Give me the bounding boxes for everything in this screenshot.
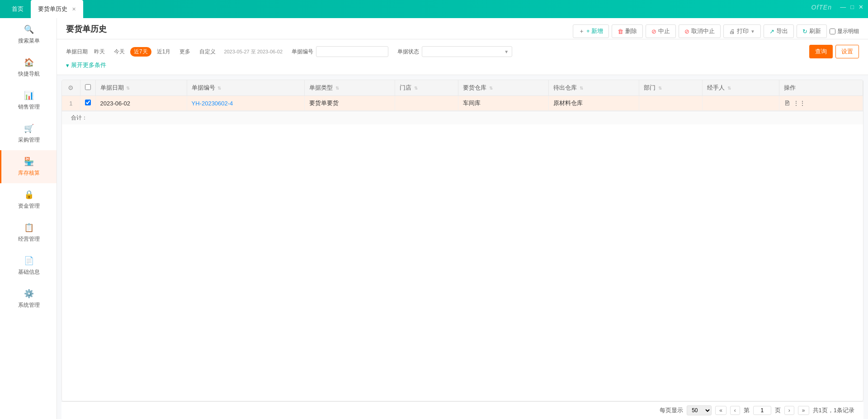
- finance-mgmt-icon: 🔒: [24, 190, 34, 200]
- sort-store-icon[interactable]: ⇅: [414, 86, 418, 90]
- page-number-input[interactable]: [753, 406, 771, 415]
- sort-pending-warehouse-icon[interactable]: ⇅: [580, 86, 583, 90]
- first-page-button[interactable]: «: [715, 406, 726, 415]
- tab-close-icon[interactable]: ✕: [72, 6, 76, 12]
- doc-date-label: 单据日期: [66, 48, 88, 56]
- sidebar-item-quick-nav[interactable]: 🏠 快捷导航: [0, 51, 57, 84]
- doc-status-input[interactable]: [422, 46, 512, 57]
- refresh-icon: ↻: [802, 28, 807, 35]
- main-layout: 🔍 搜索菜单 🏠 快捷导航 📊 销售管理 🛒 采购管理 🏪 库存核算 🔒 资金管…: [0, 18, 868, 419]
- expand-more-icon: ▾: [66, 62, 69, 69]
- suspend-button[interactable]: ⊘ 中止: [646, 24, 676, 38]
- sort-department-icon[interactable]: ⇅: [658, 86, 662, 90]
- table-header-row: ⚙ 单据日期 ⇅ 单据编号 ⇅: [62, 80, 863, 96]
- top-bar: 首页 要货单历史 ✕ OfTEn — □ ✕: [0, 0, 868, 18]
- col-doc-no: 单据编号 ⇅: [187, 80, 304, 96]
- tab-requisition-history[interactable]: 要货单历史 ✕: [31, 0, 83, 18]
- col-settings: ⚙: [62, 80, 80, 96]
- system-mgmt-icon: ⚙️: [24, 289, 34, 299]
- cancel-suspend-icon: ⊘: [684, 28, 689, 35]
- date-opt-today[interactable]: 今天: [110, 47, 128, 57]
- sort-doc-no-icon[interactable]: ⇅: [217, 86, 221, 90]
- sidebar-item-sales-mgmt[interactable]: 📊 销售管理: [0, 84, 57, 117]
- sort-handler-icon[interactable]: ⇅: [727, 86, 731, 90]
- show-detail-checkbox[interactable]: [830, 29, 835, 34]
- last-page-button[interactable]: »: [798, 406, 809, 415]
- footer-sum-label: 合计：: [71, 114, 87, 122]
- sidebar-item-operation-mgmt[interactable]: 📋 经营管理: [0, 216, 57, 249]
- suspend-icon: ⊘: [651, 28, 656, 35]
- row-doc-date: 2023-06-02: [95, 96, 187, 111]
- sales-mgmt-icon: 📊: [24, 90, 34, 100]
- row-view-icon[interactable]: 🖹: [784, 100, 790, 107]
- table-settings-icon[interactable]: ⚙: [68, 84, 74, 91]
- per-page-label: 每页显示: [660, 406, 683, 414]
- basic-info-icon: 📄: [24, 256, 34, 266]
- filter-area: 单据日期 昨天 今天 近7天 近1月 更多 自定义 2023-05-27 至 2…: [57, 39, 868, 75]
- date-opt-1month[interactable]: 近1月: [153, 47, 175, 57]
- print-button[interactable]: 🖨 打印 ▼: [723, 24, 761, 38]
- date-opt-yesterday[interactable]: 昨天: [90, 47, 108, 57]
- sidebar-item-system-mgmt[interactable]: ⚙️ 系统管理: [0, 282, 57, 315]
- total-info: 共1页，1条记录: [813, 406, 854, 414]
- col-req-warehouse: 要货仓库 ⇅: [458, 80, 549, 96]
- row-action-icons: 🖹 ⋮⋮: [784, 100, 858, 107]
- prev-page-button[interactable]: ‹: [730, 406, 740, 415]
- search-menu-icon: 🔍: [24, 24, 34, 34]
- page-title: 要货单历史: [66, 24, 107, 34]
- quick-nav-icon: 🏠: [24, 57, 34, 67]
- minimize-button[interactable]: —: [840, 4, 846, 10]
- delete-button[interactable]: 🗑 删除: [612, 24, 643, 38]
- sidebar-item-basic-info[interactable]: 📄 基础信息: [0, 249, 57, 282]
- query-button[interactable]: 查询: [809, 45, 833, 58]
- sidebar-item-sales-mgmt-label: 销售管理: [18, 103, 40, 111]
- export-button[interactable]: ↗ 导出: [764, 24, 794, 38]
- per-page-select[interactable]: 10 20 50 100: [687, 405, 712, 415]
- row-checkbox[interactable]: [85, 100, 91, 105]
- row-checkbox-cell: [80, 96, 95, 111]
- show-detail-checkbox-label[interactable]: 显示明细: [830, 28, 859, 35]
- table-footer: 合计：: [62, 111, 863, 124]
- col-department: 部门 ⇅: [639, 80, 703, 96]
- cancel-suspend-button[interactable]: ⊘ 取消中止: [679, 24, 721, 38]
- page-end-label: 页: [775, 406, 781, 414]
- close-button[interactable]: ✕: [859, 4, 863, 10]
- sidebar-item-finance-mgmt[interactable]: 🔒 资金管理: [0, 183, 57, 216]
- col-store: 门店 ⇅: [395, 80, 458, 96]
- sort-doc-type-icon[interactable]: ⇅: [335, 86, 339, 90]
- refresh-button[interactable]: ↻ 刷新: [797, 24, 827, 38]
- doc-no-input[interactable]: [316, 46, 388, 57]
- sort-doc-date-icon[interactable]: ⇅: [126, 86, 130, 90]
- next-page-button[interactable]: ›: [784, 406, 794, 415]
- expand-more-btn[interactable]: ▾ 展开更多条件: [66, 61, 859, 69]
- inventory-icon: 🏪: [24, 157, 34, 167]
- sidebar-item-finance-mgmt-label: 资金管理: [18, 202, 40, 210]
- tab-home-label: 首页: [12, 5, 24, 13]
- maximize-button[interactable]: □: [850, 4, 854, 10]
- date-options: 昨天 今天 近7天 近1月 更多 自定义: [90, 47, 219, 57]
- col-pending-warehouse: 待出仓库 ⇅: [549, 80, 639, 96]
- row-doc-no: YH-20230602-4: [187, 96, 304, 111]
- filter-row: 单据日期 昨天 今天 近7天 近1月 更多 自定义 2023-05-27 至 2…: [66, 45, 859, 58]
- row-doc-no-link[interactable]: YH-20230602-4: [192, 100, 233, 107]
- sidebar-item-purchase-mgmt[interactable]: 🛒 采购管理: [0, 117, 57, 150]
- sidebar-item-search-menu[interactable]: 🔍 搜索菜单: [0, 18, 57, 51]
- col-action: 操作: [779, 80, 863, 96]
- select-all-checkbox[interactable]: [85, 84, 91, 90]
- date-opt-custom[interactable]: 自定义: [196, 47, 219, 57]
- sidebar-item-operation-mgmt-label: 经营管理: [18, 235, 40, 243]
- settings-filter-button[interactable]: 设置: [835, 45, 859, 58]
- date-opt-7days[interactable]: 近7天: [130, 47, 151, 57]
- sort-req-warehouse-icon[interactable]: ⇅: [489, 86, 493, 90]
- toolbar: ＋ + 新增 🗑 删除 ⊘ 中止 ⊘ 取消中止: [573, 24, 859, 38]
- row-store: [395, 96, 458, 111]
- col-doc-date: 单据日期 ⇅: [95, 80, 187, 96]
- new-button[interactable]: ＋ + 新增: [573, 24, 609, 38]
- sidebar: 🔍 搜索菜单 🏠 快捷导航 📊 销售管理 🛒 采购管理 🏪 库存核算 🔒 资金管…: [0, 18, 57, 419]
- tab-home[interactable]: 首页: [5, 0, 31, 18]
- row-department: [639, 96, 703, 111]
- date-opt-more[interactable]: 更多: [176, 47, 194, 57]
- sidebar-item-inventory[interactable]: 🏪 库存核算: [0, 150, 57, 183]
- col-doc-type: 单据类型 ⇅: [305, 80, 395, 96]
- row-more-icon[interactable]: ⋮⋮: [793, 100, 806, 107]
